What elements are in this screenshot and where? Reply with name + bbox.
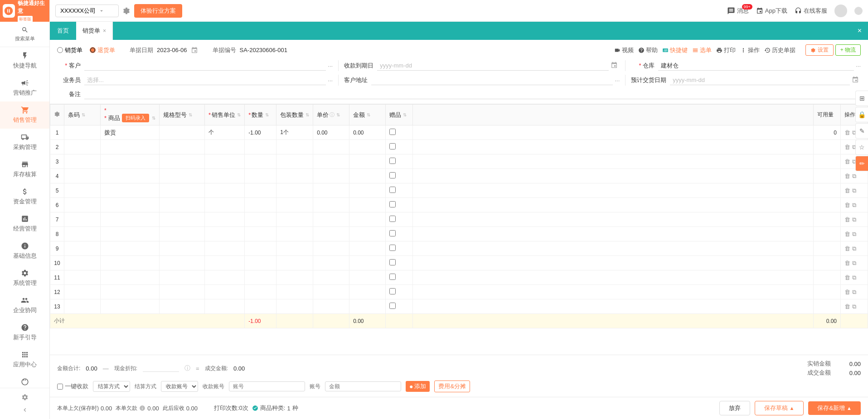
cell-product[interactable]: [101, 285, 160, 299]
radio-sale[interactable]: 销货单: [57, 46, 82, 54]
cell-product[interactable]: 拨贡: [101, 125, 160, 140]
company-selector[interactable]: XXXXXX公司: [55, 5, 119, 17]
delete-row-btn[interactable]: 🗑: [844, 303, 850, 310]
cell-unit[interactable]: [205, 256, 245, 270]
cell-price[interactable]: [313, 140, 349, 154]
cell-remark[interactable]: [413, 212, 814, 227]
cell-gift[interactable]: [386, 256, 413, 270]
logistics-btn[interactable]: + 物流: [835, 44, 861, 56]
cell-qty[interactable]: [245, 198, 276, 212]
barcode-input[interactable]: [68, 275, 97, 281]
cell-price[interactable]: [313, 227, 349, 241]
staff-input[interactable]: [84, 75, 326, 85]
cell-price[interactable]: [313, 270, 349, 285]
calendar-icon[interactable]: [191, 47, 198, 54]
cell-qty[interactable]: [245, 154, 276, 169]
cell-pkg-qty[interactable]: [276, 285, 313, 299]
online-service-btn[interactable]: 在线客服: [795, 7, 827, 15]
delete-row-btn[interactable]: 🗑: [844, 187, 850, 194]
cell-spec[interactable]: [160, 241, 205, 256]
cell-product[interactable]: [101, 299, 160, 314]
sidebar-item-collab[interactable]: 企业协同: [0, 292, 49, 319]
delete-row-btn[interactable]: 🗑: [844, 260, 850, 267]
settle-method-select[interactable]: 结算方式: [93, 381, 130, 392]
discount-help-icon[interactable]: ⓘ: [184, 364, 190, 372]
cell-barcode[interactable]: [64, 256, 101, 270]
cell-price[interactable]: [313, 241, 349, 256]
search-menu-item[interactable]: 搜索菜单: [0, 22, 49, 47]
cell-barcode[interactable]: [64, 285, 101, 299]
copy-row-btn[interactable]: ⧉: [852, 245, 856, 252]
tab-sale[interactable]: 销货单 ×: [76, 22, 113, 40]
sidebar-item-management[interactable]: 经营管理: [0, 210, 49, 237]
barcode-input[interactable]: [68, 202, 97, 208]
select-order-btn[interactable]: 选单: [692, 46, 712, 54]
cell-unit[interactable]: [205, 183, 245, 198]
cell-unit[interactable]: [205, 154, 245, 169]
cell-gift[interactable]: [386, 183, 413, 198]
cell-gift[interactable]: [386, 140, 413, 154]
cell-gift[interactable]: [386, 212, 413, 227]
cell-price[interactable]: [313, 154, 349, 169]
th-settings[interactable]: [50, 105, 64, 125]
copy-row-btn[interactable]: ⧉: [852, 303, 856, 310]
cell-barcode[interactable]: [64, 299, 101, 314]
copy-row-btn[interactable]: ⧉: [852, 173, 856, 180]
help-btn[interactable]: 帮助: [638, 46, 658, 54]
warehouse-dots-btn[interactable]: ···: [854, 63, 861, 69]
cell-product[interactable]: [101, 140, 160, 154]
cell-unit[interactable]: [205, 241, 245, 256]
gift-checkbox[interactable]: [389, 158, 396, 164]
barcode-input[interactable]: [68, 217, 97, 223]
delete-row-btn[interactable]: 🗑: [844, 202, 850, 209]
cell-qty[interactable]: [245, 212, 276, 227]
sidebar-item-guide[interactable]: 新手引导: [0, 319, 49, 346]
sidebar-item-sales[interactable]: 销售管理: [0, 101, 49, 129]
settings-btn[interactable]: 设置: [805, 44, 833, 56]
cell-spec[interactable]: [160, 212, 205, 227]
sidebar-item-basic-info[interactable]: 基础信息: [0, 237, 49, 265]
delete-row-btn[interactable]: 🗑: [844, 245, 850, 252]
cell-unit[interactable]: [205, 299, 245, 314]
delete-row-btn[interactable]: 🗑: [844, 144, 850, 151]
history-btn[interactable]: 历史单据: [764, 46, 795, 54]
barcode-input[interactable]: [68, 173, 97, 179]
cell-spec[interactable]: [160, 270, 205, 285]
cell-qty[interactable]: [245, 140, 276, 154]
copy-row-btn[interactable]: ⧉: [852, 260, 856, 267]
cell-qty[interactable]: [245, 256, 276, 270]
cell-amount[interactable]: [349, 212, 386, 227]
cell-amount[interactable]: [349, 154, 386, 169]
barcode-input[interactable]: [68, 188, 97, 194]
shortcut-btn[interactable]: 快捷键: [662, 46, 688, 54]
float-edit-btn[interactable]: ✏: [855, 156, 868, 171]
product-types-label[interactable]: 商品种类: 1 种: [252, 404, 298, 412]
gift-checkbox[interactable]: [389, 216, 396, 222]
cell-remark[interactable]: [413, 270, 814, 285]
cell-product[interactable]: [101, 154, 160, 169]
cell-spec[interactable]: [160, 140, 205, 154]
cell-barcode[interactable]: [64, 212, 101, 227]
cell-pkg-qty[interactable]: [276, 270, 313, 285]
cell-amount[interactable]: [349, 299, 386, 314]
cell-unit[interactable]: 个: [205, 125, 245, 140]
warehouse-input[interactable]: [658, 61, 854, 71]
customer-dots-btn[interactable]: ···: [326, 63, 333, 69]
cell-amount[interactable]: [349, 183, 386, 198]
cell-price[interactable]: [313, 285, 349, 299]
copy-row-btn[interactable]: ⧉: [852, 289, 856, 296]
customer-addr-input[interactable]: [371, 75, 613, 85]
cell-amount[interactable]: [349, 241, 386, 256]
sidebar-item-wechat[interactable]: 企业微信: [0, 373, 49, 388]
cell-amount[interactable]: [349, 227, 386, 241]
cell-pkg-qty[interactable]: [276, 256, 313, 270]
cell-pkg-qty[interactable]: [276, 241, 313, 256]
cell-barcode[interactable]: [64, 154, 101, 169]
cell-product[interactable]: [101, 169, 160, 183]
barcode-input[interactable]: [68, 159, 97, 165]
cell-qty[interactable]: [245, 183, 276, 198]
save-new-btn[interactable]: 保存&新增 ▲: [808, 401, 861, 415]
account-select[interactable]: 收款账号: [161, 381, 198, 392]
cell-price[interactable]: [313, 169, 349, 183]
cell-gift[interactable]: [386, 285, 413, 299]
